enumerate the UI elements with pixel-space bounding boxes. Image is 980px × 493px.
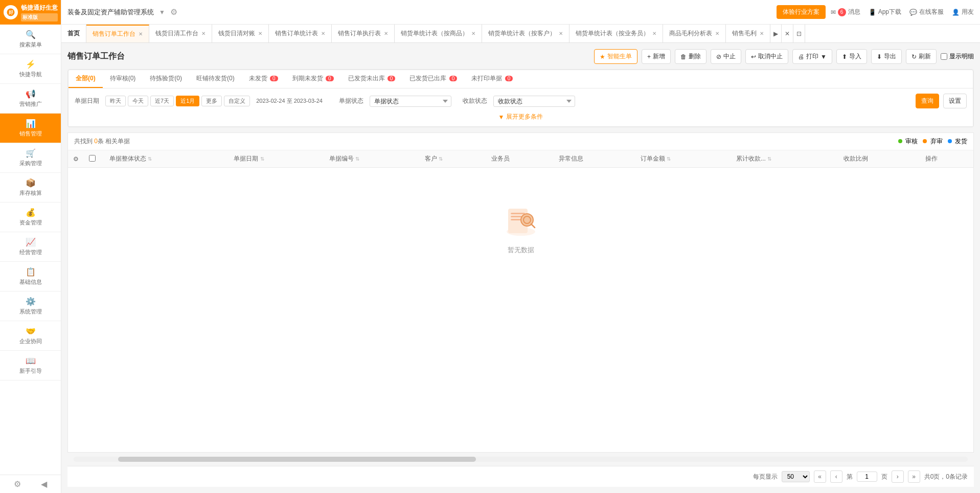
scrollbar-thumb[interactable] bbox=[118, 457, 476, 462]
sidebar-item-purchase[interactable]: 🛒 采购管理 bbox=[0, 143, 61, 173]
th-number[interactable]: 单据编号 ⇅ bbox=[324, 150, 420, 168]
th-date[interactable]: 单据日期 ⇅ bbox=[229, 150, 324, 168]
suspend-button[interactable]: ⊘ 中止 bbox=[711, 49, 741, 64]
tab-restore-button[interactable]: ⊡ bbox=[793, 25, 805, 43]
per-page-select[interactable]: 50 20 100 bbox=[782, 471, 810, 482]
tab-sales-exec[interactable]: 销售订单执行表 ✕ bbox=[332, 25, 395, 43]
sidebar-item-quicknav[interactable]: ⚡ 快捷导航 bbox=[0, 54, 61, 84]
expand-conditions-button[interactable]: ▼ 展开更多条件 bbox=[498, 113, 543, 121]
tab-more-button[interactable]: ▶ bbox=[770, 25, 782, 43]
tab-gross-profit[interactable]: 商品毛利分析表 ✕ bbox=[663, 25, 726, 43]
filter-tab-pending-inspect[interactable]: 待拣验货(0) bbox=[143, 70, 189, 88]
shipped-out-badge: 0 bbox=[449, 76, 458, 81]
tab-close-all-button[interactable]: ✕ bbox=[782, 25, 793, 43]
prev-page-button[interactable]: ‹ bbox=[830, 470, 842, 483]
tab-close-icon[interactable]: ✕ bbox=[559, 31, 563, 36]
last-page-button[interactable]: » bbox=[908, 470, 920, 483]
tab-close-icon[interactable]: ✕ bbox=[384, 31, 388, 36]
filter-tab-pending-review[interactable]: 待审核(0) bbox=[103, 70, 143, 88]
filter-tab-shipped-out[interactable]: 已发货已出库 0 bbox=[402, 70, 464, 88]
tab-close-icon[interactable]: ✕ bbox=[715, 31, 719, 36]
tab-sales-stat[interactable]: 销售订单统计表 ✕ bbox=[269, 25, 332, 43]
th-ratio[interactable]: 收款比例 bbox=[838, 150, 920, 168]
date-btn-today[interactable]: 今天 bbox=[128, 96, 148, 106]
next-page-button[interactable]: › bbox=[892, 470, 904, 483]
show-detail-label[interactable]: 显示明细 bbox=[941, 52, 974, 61]
tab-sales-customer[interactable]: 销货单统计表（按客户） ✕ bbox=[482, 25, 569, 43]
refresh-button[interactable]: ↻ 刷新 bbox=[906, 49, 937, 64]
print-button[interactable]: 🖨 打印 ▼ bbox=[792, 49, 832, 64]
filter-tab-not-printed[interactable]: 未打印单据 0 bbox=[464, 70, 520, 88]
filter-tab-shipped-not-out[interactable]: 已发货未出库 0 bbox=[341, 70, 403, 88]
horizontal-scrollbar[interactable] bbox=[74, 457, 968, 462]
th-abnormal[interactable]: 异常信息 bbox=[554, 150, 635, 168]
tab-close-icon[interactable]: ✕ bbox=[139, 31, 143, 37]
settings-icon[interactable]: ⚙ bbox=[14, 479, 21, 489]
cancel-icon: ↩ bbox=[751, 53, 756, 60]
app-download-button[interactable]: 📱 App下载 bbox=[869, 8, 901, 16]
tab-sales-extra[interactable]: 销售毛利 ✕ bbox=[726, 25, 770, 43]
filter-tab-wangpu-ship[interactable]: 旺铺待发货(0) bbox=[189, 70, 242, 88]
filter-tab-all[interactable]: 全部(0) bbox=[69, 70, 103, 88]
tab-sales-staff[interactable]: 销货单统计表（按业务员） ✕ bbox=[569, 25, 663, 43]
tab-cash-daily[interactable]: 钱货日清工作台 ✕ bbox=[149, 25, 212, 43]
sidebar-item-sales[interactable]: 📊 销售管理 bbox=[0, 114, 61, 143]
sidebar-item-finance[interactable]: 💰 资金管理 bbox=[0, 203, 61, 232]
date-btn-more[interactable]: 更多 bbox=[201, 96, 222, 106]
tab-home[interactable]: 首页 bbox=[61, 25, 86, 43]
query-button[interactable]: 查询 bbox=[916, 94, 939, 108]
payment-filter-select[interactable]: 收款状态 bbox=[493, 96, 575, 107]
sidebar-item-system[interactable]: ⚙️ 系统管理 bbox=[0, 292, 61, 321]
user-button[interactable]: 👤 用友 bbox=[952, 8, 974, 16]
filter-tab-overdue-ship[interactable]: 到期未发货 0 bbox=[285, 70, 341, 88]
online-service-button[interactable]: 💬 在线客服 bbox=[909, 8, 944, 16]
tab-close-icon[interactable]: ✕ bbox=[652, 31, 656, 36]
show-detail-checkbox[interactable] bbox=[941, 53, 947, 60]
first-page-button[interactable]: « bbox=[814, 470, 826, 483]
sidebar-item-enterprise[interactable]: 🤝 企业协同 bbox=[0, 321, 61, 351]
sidebar-item-basic[interactable]: 📋 基础信息 bbox=[0, 262, 61, 292]
system-dropdown[interactable]: ▼ bbox=[159, 9, 165, 16]
th-checkbox[interactable] bbox=[84, 150, 104, 168]
date-btn-custom[interactable]: 自定义 bbox=[224, 96, 250, 106]
cancel-suspend-button[interactable]: ↩ 取消中止 bbox=[745, 49, 788, 64]
tab-close-icon[interactable]: ✕ bbox=[201, 31, 206, 36]
system-title: 装备及固定资产辅助管理系统 bbox=[67, 8, 154, 17]
collapse-icon[interactable]: ◀ bbox=[41, 479, 47, 489]
sidebar-item-search[interactable]: 🔍 搜索菜单 bbox=[0, 25, 61, 54]
date-btn-yesterday[interactable]: 昨天 bbox=[105, 96, 126, 106]
tab-sales-order[interactable]: 销售订单工作台 ✕ bbox=[86, 25, 149, 43]
status-filter-select[interactable]: 单据状态 bbox=[370, 96, 451, 107]
sidebar-item-marketing[interactable]: 📢 营销推广 bbox=[0, 84, 61, 114]
tab-sales-goods[interactable]: 销货单统计表（按商品） ✕ bbox=[395, 25, 482, 43]
tab-close-icon[interactable]: ✕ bbox=[760, 31, 764, 36]
new-button[interactable]: + 新增 bbox=[642, 49, 671, 64]
sidebar-item-inventory[interactable]: 📦 库存核算 bbox=[0, 173, 61, 203]
gear-icon[interactable]: ⚙ bbox=[170, 7, 177, 17]
sidebar-item-operation[interactable]: 📈 经营管理 bbox=[0, 232, 61, 262]
delete-button[interactable]: 🗑 删除 bbox=[675, 49, 706, 64]
tab-cash-reconcile[interactable]: 钱货日清对账 ✕ bbox=[212, 25, 269, 43]
export-button[interactable]: ⬇ 导出 bbox=[871, 49, 902, 64]
sidebar-label-operation: 经营管理 bbox=[19, 249, 42, 256]
date-btn-7days[interactable]: 近7天 bbox=[150, 96, 174, 106]
tab-close-icon[interactable]: ✕ bbox=[258, 31, 262, 36]
tab-close-icon[interactable]: ✕ bbox=[321, 31, 325, 36]
message-button[interactable]: ✉ 6 消息 bbox=[831, 8, 860, 16]
filter-tab-not-shipped[interactable]: 未发货 0 bbox=[242, 70, 285, 88]
th-setting[interactable]: ⚙ bbox=[68, 150, 84, 168]
date-btn-1month[interactable]: 近1月 bbox=[176, 96, 199, 106]
industry-solution-button[interactable]: 体验行业方案 bbox=[777, 5, 826, 19]
th-collected[interactable]: 累计收款... ⇅ bbox=[731, 150, 838, 168]
select-all-checkbox[interactable] bbox=[89, 155, 96, 162]
delete-label: 删除 bbox=[689, 52, 701, 61]
smart-create-button[interactable]: ★ 智能生单 bbox=[594, 49, 637, 64]
page-input[interactable] bbox=[857, 472, 877, 482]
import-button[interactable]: ⬆ 导入 bbox=[836, 49, 867, 64]
settings-button[interactable]: 设置 bbox=[943, 94, 967, 108]
th-amount[interactable]: 订单金额 ⇅ bbox=[635, 150, 731, 168]
tab-close-icon[interactable]: ✕ bbox=[471, 31, 475, 36]
th-customer[interactable]: 客户 ⇅ bbox=[420, 150, 486, 168]
th-staff[interactable]: 业务员 bbox=[486, 150, 554, 168]
sidebar-item-guide[interactable]: 📖 新手引导 bbox=[0, 351, 61, 380]
